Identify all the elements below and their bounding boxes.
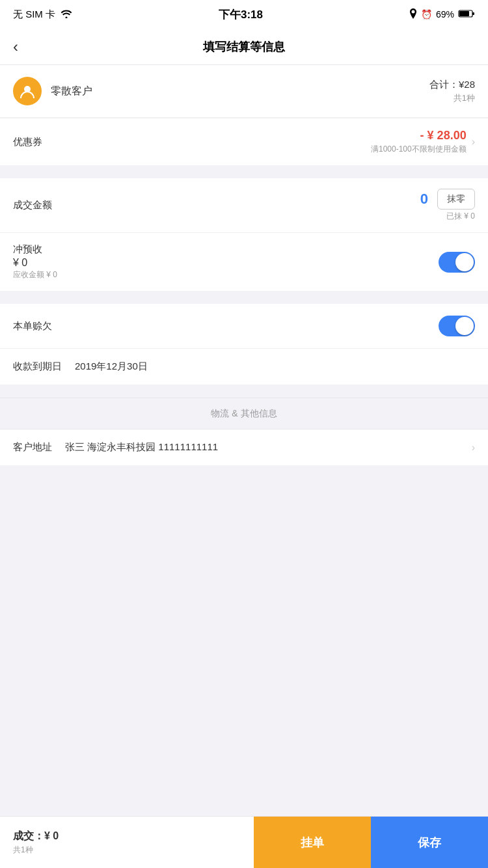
wifi-icon bbox=[61, 9, 72, 20]
save-button[interactable]: 保存 bbox=[371, 817, 488, 869]
svg-rect-1 bbox=[472, 12, 474, 15]
location-icon bbox=[409, 8, 417, 21]
toggle-thumb bbox=[455, 253, 474, 271]
transaction-value: 0 bbox=[420, 191, 428, 208]
customer-total: 合计：¥28 共1种 bbox=[429, 79, 475, 104]
divider-2 bbox=[0, 297, 488, 304]
transaction-sub: 已抹 ¥ 0 bbox=[420, 211, 475, 222]
sim-text: 无 SIM 卡 bbox=[13, 8, 55, 21]
credit-toggle-thumb bbox=[455, 317, 474, 335]
hold-order-button[interactable]: 挂单 bbox=[254, 817, 371, 869]
prepay-row: 冲预收 ¥ 0 应收金额 ¥ 0 bbox=[0, 233, 488, 291]
divider-3 bbox=[0, 391, 488, 398]
prepay-amount: ¥ 0 bbox=[13, 257, 439, 269]
page-title: 填写结算等信息 bbox=[203, 39, 285, 55]
coupon-chevron-icon: › bbox=[472, 136, 475, 148]
customer-row: 零散客户 合计：¥28 共1种 bbox=[0, 65, 488, 118]
transaction-right: 0 抹零 bbox=[420, 189, 475, 210]
empty-space bbox=[0, 472, 488, 602]
bottom-info: 成交：¥ 0 共1种 bbox=[0, 830, 254, 856]
customer-name: 零散客户 bbox=[51, 85, 92, 98]
bottom-bar: 成交：¥ 0 共1种 挂单 保存 bbox=[0, 816, 488, 868]
items-count: 共1种 bbox=[429, 92, 475, 104]
coupon-value: - ¥ 28.00 bbox=[371, 129, 467, 142]
address-label: 客户地址 bbox=[13, 441, 52, 454]
due-date-value: 2019年12月30日 bbox=[75, 360, 148, 373]
bottom-deal-value: ¥ 0 bbox=[44, 830, 59, 841]
address-row[interactable]: 客户地址 张三 海淀永丰科技园 11111111111 › bbox=[0, 429, 488, 465]
prepay-label: 冲预收 bbox=[13, 243, 439, 256]
transaction-row: 成交金额 0 抹零 已抹 ¥ 0 bbox=[0, 178, 488, 233]
round-zero-button[interactable]: 抹零 bbox=[437, 189, 475, 210]
status-bar: 无 SIM 卡 下午3:18 ⏰ 69% bbox=[0, 0, 488, 29]
prepay-toggle[interactable] bbox=[439, 252, 475, 273]
nav-bar: ‹ 填写结算等信息 bbox=[0, 29, 488, 65]
address-chevron-icon: › bbox=[472, 442, 475, 454]
customer-left: 零散客户 bbox=[13, 77, 92, 105]
transaction-label: 成交金额 bbox=[13, 199, 52, 211]
content: 零散客户 合计：¥28 共1种 优惠券 - ¥ 28.00 满1000-100不… bbox=[0, 65, 488, 660]
coupon-row[interactable]: 优惠券 - ¥ 28.00 满1000-100不限制使用金额 › bbox=[0, 118, 488, 165]
due-date-label: 收款到期日 bbox=[13, 360, 62, 373]
status-time: 下午3:18 bbox=[219, 7, 263, 22]
battery-icon bbox=[458, 9, 475, 20]
bottom-deal: 成交：¥ 0 bbox=[13, 830, 241, 843]
address-value: 张三 海淀永丰科技园 11111111111 bbox=[65, 441, 472, 454]
credit-section: 本单赊欠 收款到期日 2019年12月30日 bbox=[0, 304, 488, 385]
status-right: ⏰ 69% bbox=[409, 8, 475, 21]
prepay-left: 冲预收 ¥ 0 应收金额 ¥ 0 bbox=[13, 243, 439, 280]
address-section: 客户地址 张三 海淀永丰科技园 11111111111 › bbox=[0, 429, 488, 465]
bottom-items-count: 共1种 bbox=[13, 845, 241, 856]
customer-avatar bbox=[13, 77, 42, 105]
battery-percent: 69% bbox=[436, 9, 454, 20]
coupon-label: 优惠券 bbox=[13, 136, 42, 148]
due-date-row: 收款到期日 2019年12月30日 bbox=[0, 348, 488, 385]
total-label: 合计：¥28 bbox=[429, 79, 475, 91]
back-button[interactable]: ‹ bbox=[13, 38, 18, 56]
credit-row: 本单赊欠 bbox=[0, 304, 488, 348]
coupon-description: 满1000-100不限制使用金额 bbox=[371, 144, 467, 155]
svg-rect-2 bbox=[459, 11, 469, 16]
credit-toggle[interactable] bbox=[439, 316, 475, 336]
bottom-deal-label: 成交： bbox=[13, 830, 44, 841]
coupon-right: - ¥ 28.00 满1000-100不限制使用金额 › bbox=[371, 129, 475, 155]
credit-label: 本单赊欠 bbox=[13, 320, 52, 332]
alarm-icon: ⏰ bbox=[421, 9, 432, 20]
status-left: 无 SIM 卡 bbox=[13, 8, 72, 21]
customer-section: 零散客户 合计：¥28 共1种 优惠券 - ¥ 28.00 满1000-100不… bbox=[0, 65, 488, 165]
transaction-section: 成交金额 0 抹零 已抹 ¥ 0 冲预收 ¥ 0 应收金额 ¥ 0 bbox=[0, 178, 488, 291]
logistics-header: 物流 & 其他信息 bbox=[0, 398, 488, 429]
prepay-sub: 应收金额 ¥ 0 bbox=[13, 269, 439, 280]
divider-1 bbox=[0, 172, 488, 178]
logistics-title: 物流 & 其他信息 bbox=[211, 408, 277, 418]
